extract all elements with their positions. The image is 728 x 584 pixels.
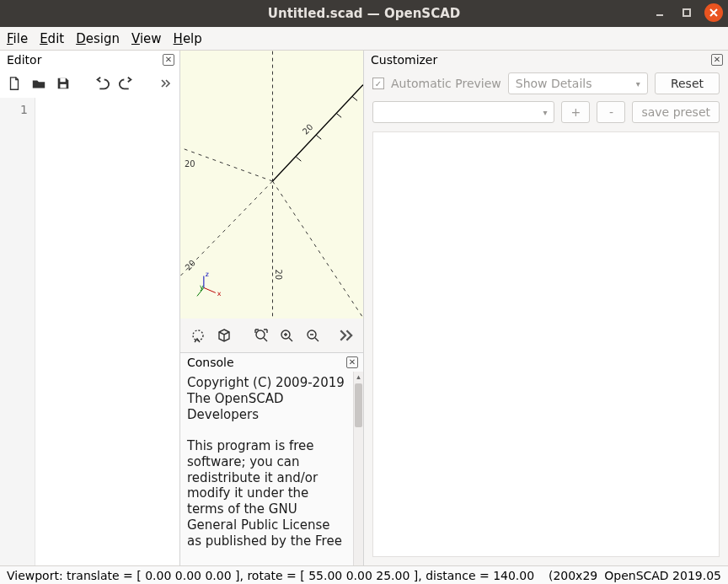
minimize-button[interactable] (650, 3, 669, 22)
preset-dropdown[interactable]: ▾ (372, 101, 554, 123)
scroll-up-icon[interactable]: ▴ (354, 372, 363, 382)
status-render-size: (200x29 (549, 569, 597, 582)
automatic-preview-label: Automatic Preview (391, 77, 501, 90)
svg-text:20: 20 (185, 159, 195, 169)
zoom-out-button[interactable] (303, 324, 323, 347)
preset-remove-button[interactable]: - (597, 101, 625, 123)
console-scrollbar[interactable]: ▴ (353, 372, 363, 565)
zoom-fit-button[interactable] (251, 324, 270, 347)
svg-line-4 (272, 85, 363, 181)
chevron-down-icon: ▾ (636, 79, 640, 88)
svg-line-12 (272, 181, 363, 318)
editor-close-panel-icon[interactable]: ✕ (163, 54, 174, 66)
show-details-dropdown[interactable]: Show Details ▾ (508, 72, 648, 94)
render-button[interactable] (215, 324, 234, 347)
show-details-value: Show Details (516, 77, 592, 90)
console-close-panel-icon[interactable]: ✕ (346, 356, 358, 368)
svg-rect-2 (60, 84, 66, 88)
menubar: File Edit Design View Help (0, 27, 728, 51)
undo-button[interactable] (94, 72, 110, 94)
viewport-toolbar-overflow[interactable] (335, 324, 355, 347)
status-viewport: Viewport: translate = [ 0.00 0.00 0.00 ]… (7, 569, 534, 582)
svg-text:20: 20 (301, 122, 315, 137)
svg-text:z: z (206, 271, 209, 278)
viewport-toolbar (180, 319, 363, 352)
code-editor[interactable]: 1 (0, 98, 179, 565)
editor-title-label: Editor (7, 53, 41, 67)
svg-text:x: x (217, 290, 222, 297)
save-file-button[interactable] (56, 72, 72, 94)
customizer-pane: Customizer ✕ ✓ Automatic Preview Show De… (364, 51, 728, 565)
menu-edit[interactable]: Edit (40, 31, 64, 46)
editor-title: Editor ✕ (0, 51, 179, 69)
3d-viewport[interactable]: 20 20 20 x y z 20 (180, 51, 363, 319)
editor-toolbar (0, 69, 179, 98)
menu-view[interactable]: View (131, 31, 162, 46)
zoom-in-button[interactable] (277, 324, 297, 347)
code-content[interactable] (35, 98, 179, 565)
app-window: Untitled.scad — OpenSCAD File Edit Desig… (0, 0, 728, 584)
customizer-title-label: Customizer (371, 53, 437, 67)
editor-pane: Editor ✕ 1 (0, 51, 180, 565)
open-file-button[interactable] (31, 72, 47, 94)
console-output[interactable]: Copyright (C) 2009-2019 The OpenSCAD Dev… (180, 372, 353, 565)
statusbar: Viewport: translate = [ 0.00 0.00 0.00 ]… (0, 565, 728, 584)
svg-line-6 (316, 135, 321, 139)
console-pane: Console ✕ Copyright (C) 2009-2019 The Op… (180, 352, 363, 565)
svg-line-5 (296, 157, 301, 161)
center-column: 20 20 20 x y z 20 (180, 51, 364, 565)
toolbar-overflow-button[interactable] (157, 72, 173, 94)
new-file-button[interactable] (7, 72, 23, 94)
menu-file[interactable]: File (7, 31, 28, 46)
reset-button[interactable]: Reset (655, 72, 720, 94)
svg-text:y: y (200, 283, 204, 291)
automatic-preview-checkbox[interactable]: ✓ (372, 78, 384, 89)
close-button[interactable] (704, 3, 723, 22)
titlebar: Untitled.scad — OpenSCAD (0, 0, 728, 27)
window-title: Untitled.scad — OpenSCAD (268, 6, 460, 21)
svg-line-15 (204, 287, 216, 292)
console-title-label: Console (187, 356, 234, 369)
menu-design[interactable]: Design (76, 31, 120, 46)
customizer-parameter-area (372, 131, 720, 557)
chevron-down-icon: ▾ (543, 108, 547, 117)
line-gutter: 1 (0, 98, 35, 565)
svg-line-7 (336, 113, 341, 117)
menu-help[interactable]: Help (174, 31, 202, 46)
maximize-button[interactable] (677, 3, 696, 22)
svg-line-8 (352, 96, 357, 100)
svg-text:20: 20 (183, 258, 197, 272)
status-version: OpenSCAD 2019.05 (604, 569, 721, 582)
customizer-title: Customizer ✕ (364, 51, 728, 69)
svg-rect-0 (683, 9, 690, 16)
svg-rect-1 (60, 78, 65, 83)
preset-add-button[interactable]: + (561, 101, 590, 123)
preview-button[interactable] (189, 324, 208, 347)
console-title: Console ✕ (180, 353, 363, 372)
save-preset-button[interactable]: save preset (632, 101, 720, 123)
customizer-close-panel-icon[interactable]: ✕ (711, 54, 723, 66)
scrollbar-thumb[interactable] (355, 383, 362, 427)
svg-point-23 (256, 330, 265, 339)
svg-text:20: 20 (274, 270, 283, 281)
redo-button[interactable] (118, 72, 134, 94)
